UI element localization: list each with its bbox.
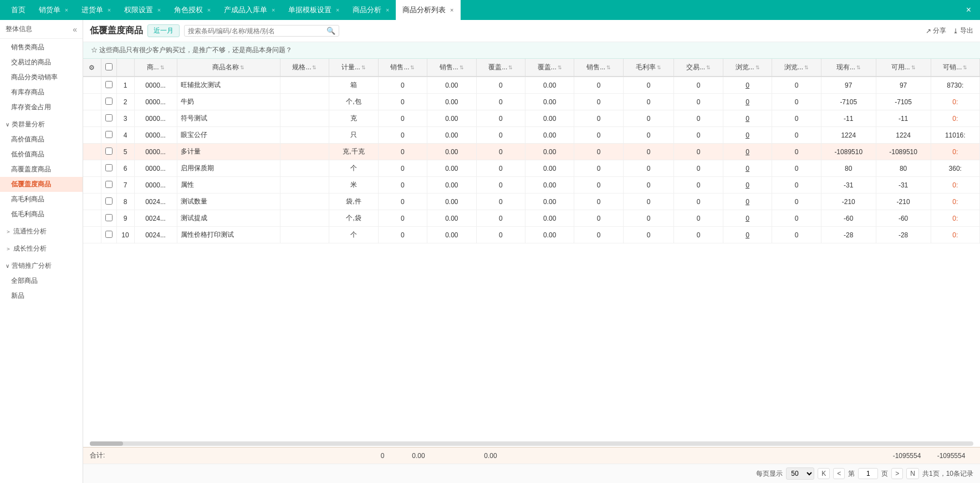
sidebar-item-high-margin[interactable]: 高毛利商品: [0, 192, 83, 207]
row-name[interactable]: 属性: [177, 177, 280, 194]
nav-product-analysis[interactable]: 商品分析 ×: [346, 0, 396, 20]
col-current[interactable]: 现有...⇅: [821, 59, 876, 77]
close-icon[interactable]: ×: [336, 7, 339, 13]
col-sellable[interactable]: 可销...⇅: [931, 59, 980, 77]
row-checkbox[interactable]: [101, 227, 116, 243]
row-view1[interactable]: 0: [723, 177, 772, 194]
nav-role-auth[interactable]: 角色授权 ×: [167, 0, 217, 20]
page-number-input[interactable]: [858, 468, 878, 479]
col-settings[interactable]: ⚙: [83, 59, 101, 77]
row-select-checkbox[interactable]: [105, 81, 113, 88]
select-all-checkbox[interactable]: [105, 63, 113, 70]
row-view1[interactable]: 0: [723, 94, 772, 110]
sidebar-item-new-goods[interactable]: 新品: [0, 288, 83, 303]
row-view1[interactable]: 0: [723, 227, 772, 243]
row-select-checkbox[interactable]: [105, 181, 113, 188]
col-cover1[interactable]: 覆盖...⇅: [476, 59, 525, 77]
row-view1[interactable]: 0: [723, 160, 772, 177]
col-cover2[interactable]: 覆盖...⇅: [525, 59, 574, 77]
row-select-checkbox[interactable]: [105, 231, 113, 238]
close-icon[interactable]: ×: [272, 7, 275, 13]
row-checkbox[interactable]: [101, 110, 116, 127]
nav-sales-order[interactable]: 销货单 ×: [32, 0, 75, 20]
col-gross[interactable]: 毛利率⇅: [623, 59, 674, 77]
export-button[interactable]: ⤓ 导出: [953, 26, 973, 35]
row-select-checkbox[interactable]: [105, 114, 113, 121]
sidebar-item-category-turnover[interactable]: 商品分类动销率: [0, 70, 83, 85]
row-select-checkbox[interactable]: [105, 148, 113, 155]
close-icon[interactable]: ×: [386, 7, 389, 13]
close-icon[interactable]: ×: [207, 7, 211, 13]
row-name[interactable]: 属性价格打印测试: [177, 227, 280, 243]
col-name[interactable]: 商品名称⇅: [177, 59, 280, 77]
sidebar-item-high-coverage[interactable]: 高覆盖度商品: [0, 162, 83, 177]
row-view1[interactable]: 0: [723, 144, 772, 160]
nav-product-inbound[interactable]: 产成品入库单 ×: [217, 0, 282, 20]
col-usable[interactable]: 可用...⇅: [876, 59, 931, 77]
row-checkbox[interactable]: [101, 77, 116, 94]
row-view1[interactable]: 0: [723, 210, 772, 227]
last-page-button[interactable]: N: [906, 468, 919, 479]
sidebar-item-stock-capital[interactable]: 库存资金占用: [0, 100, 83, 115]
scrollbar-thumb[interactable]: [90, 441, 123, 446]
row-select-checkbox[interactable]: [105, 98, 113, 105]
nav-home[interactable]: 首页: [4, 0, 32, 20]
sidebar-item-all-goods[interactable]: 全部商品: [0, 273, 83, 288]
sidebar-item-low-margin[interactable]: 低毛利商品: [0, 207, 83, 222]
sidebar-item-high-value[interactable]: 高价值商品: [0, 132, 83, 147]
col-sales-qty[interactable]: 销售...⇅: [378, 59, 427, 77]
close-icon[interactable]: ×: [157, 7, 161, 13]
row-checkbox[interactable]: [101, 194, 116, 210]
col-spec[interactable]: 规格...⇅: [280, 59, 329, 77]
row-select-checkbox[interactable]: [105, 164, 113, 171]
filter-recent-month-button[interactable]: 近一月: [147, 24, 180, 37]
close-icon[interactable]: ×: [450, 7, 453, 13]
row-select-checkbox[interactable]: [105, 197, 113, 205]
row-name[interactable]: 眼宝公仔: [177, 127, 280, 144]
sidebar-collapse-button[interactable]: «: [73, 25, 77, 34]
row-name[interactable]: 旺辅批次测试: [177, 77, 280, 94]
row-name[interactable]: 启用保质期: [177, 160, 280, 177]
sidebar-section-liquidity-title[interactable]: ＞ 流通性分析: [0, 224, 83, 239]
row-checkbox[interactable]: [101, 160, 116, 177]
row-name[interactable]: 测试数量: [177, 194, 280, 210]
horizontal-scrollbar[interactable]: [90, 441, 973, 446]
sidebar-item-low-value[interactable]: 低价值商品: [0, 147, 83, 162]
nav-permission-settings[interactable]: 权限设置 ×: [118, 0, 167, 20]
share-button[interactable]: ↗ 分享: [926, 26, 946, 35]
prev-page-button[interactable]: <: [833, 468, 845, 479]
nav-product-analysis-list[interactable]: 商品分析列表 ×: [396, 0, 460, 20]
row-view1[interactable]: 0: [723, 127, 772, 144]
row-checkbox[interactable]: [101, 210, 116, 227]
row-checkbox[interactable]: [101, 177, 116, 194]
first-page-button[interactable]: K: [818, 468, 830, 479]
window-close-button[interactable]: ×: [966, 5, 976, 15]
col-view1[interactable]: 浏览...⇅: [723, 59, 772, 77]
col-view2[interactable]: 浏览...⇅: [772, 59, 821, 77]
row-name[interactable]: 牛奶: [177, 94, 280, 110]
col-trade[interactable]: 交易...⇅: [674, 59, 723, 77]
row-name[interactable]: 测试提成: [177, 210, 280, 227]
sidebar-section-cluster-title[interactable]: ∨ 类群量分析: [0, 117, 83, 132]
close-icon[interactable]: ×: [108, 7, 111, 13]
row-checkbox[interactable]: [101, 144, 116, 160]
row-checkbox[interactable]: [101, 94, 116, 110]
row-select-checkbox[interactable]: [105, 214, 113, 221]
next-page-button[interactable]: >: [891, 468, 903, 479]
row-name[interactable]: 多计量: [177, 144, 280, 160]
col-code[interactable]: 商...⇅: [134, 59, 177, 77]
row-name[interactable]: 符号测试: [177, 110, 280, 127]
row-view1[interactable]: 0: [723, 77, 772, 94]
col-sales-amt[interactable]: 销售...⇅: [427, 59, 476, 77]
nav-template-settings[interactable]: 单据模板设置 ×: [282, 0, 346, 20]
close-icon[interactable]: ×: [65, 7, 68, 13]
row-select-checkbox[interactable]: [105, 131, 113, 138]
sidebar-section-marketing-title[interactable]: ∨ 营销推广分析: [0, 258, 83, 273]
row-view1[interactable]: 0: [723, 110, 772, 127]
row-view1[interactable]: 0: [723, 194, 772, 210]
sidebar-item-traded-goods[interactable]: 交易过的商品: [0, 55, 83, 70]
nav-purchase-order[interactable]: 进货单 ×: [75, 0, 118, 20]
col-unit[interactable]: 计量...⇅: [329, 59, 378, 77]
sidebar-item-sales-goods[interactable]: 销售类商品: [0, 40, 83, 55]
search-input[interactable]: [188, 27, 326, 35]
